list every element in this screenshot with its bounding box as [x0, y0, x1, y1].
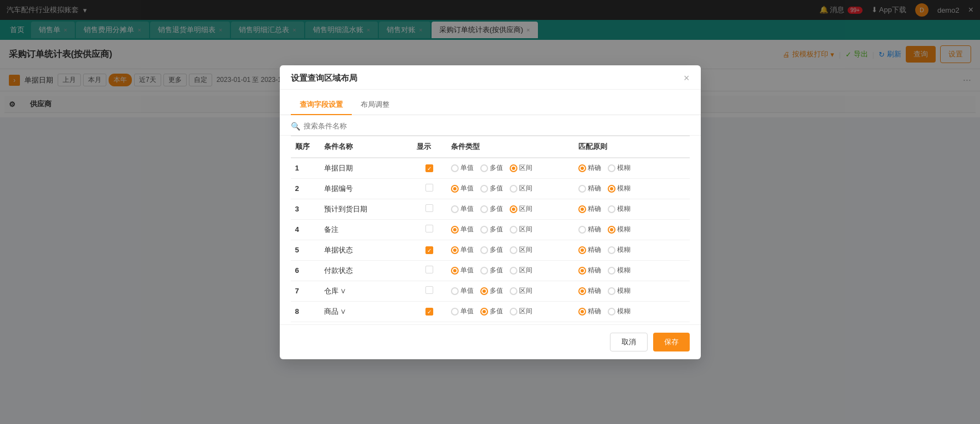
dialog-title: 设置查询区域布局 — [291, 73, 357, 84]
dialog-tab-query[interactable]: 查询字段设置 — [291, 95, 352, 115]
dialog: 设置查询区域布局 × 查询字段设置 布局调整 🔍 顺序 条件名称 显示 条件类型 — [280, 65, 701, 118]
modal-overlay: 设置查询区域布局 × 查询字段设置 布局调整 🔍 顺序 条件名称 显示 条件类型 — [0, 0, 980, 117]
dialog-search-area: 🔍 — [280, 115, 701, 118]
dialog-close-button[interactable]: × — [684, 73, 690, 83]
dialog-tabs: 查询字段设置 布局调整 — [280, 90, 701, 115]
dialog-tab-layout[interactable]: 布局调整 — [352, 95, 398, 115]
dialog-header: 设置查询区域布局 × — [280, 65, 701, 90]
